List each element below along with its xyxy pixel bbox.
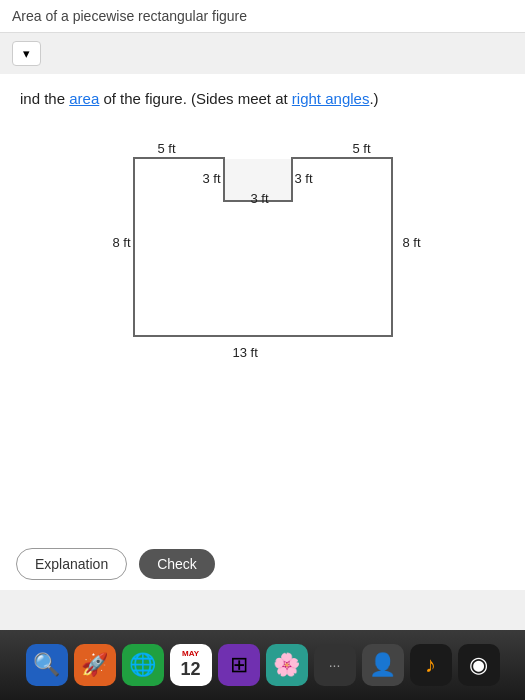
- dock-grid-icon[interactable]: ⊞: [218, 644, 260, 686]
- right-angles-link[interactable]: right angles: [292, 90, 370, 107]
- dropdown-button[interactable]: ▾: [12, 41, 41, 66]
- dock-music-icon[interactable]: ♪: [410, 644, 452, 686]
- label-top-left: 5 ft: [158, 141, 176, 156]
- dock-chrome-icon[interactable]: 🌐: [122, 644, 164, 686]
- label-notch-bottom: 3 ft: [251, 191, 269, 206]
- label-notch-left: 3 ft: [203, 171, 221, 186]
- dock-finder-icon[interactable]: 🔍: [26, 644, 68, 686]
- dock-wifi-icon[interactable]: ◉: [458, 644, 500, 686]
- geometry-figure: 5 ft 5 ft 3 ft 3 ft 3 ft 8 ft 8 ft 13 ft: [103, 127, 423, 367]
- area-link[interactable]: area: [69, 90, 99, 107]
- bottom-actions: Explanation Check: [0, 538, 525, 590]
- dock-launchpad-icon[interactable]: 🚀: [74, 644, 116, 686]
- check-button[interactable]: Check: [139, 549, 215, 579]
- label-top-right: 5 ft: [353, 141, 371, 156]
- main-content: ind the area of the figure. (Sides meet …: [0, 74, 525, 554]
- label-notch-right: 3 ft: [295, 171, 313, 186]
- problem-text-before: ind the: [20, 90, 69, 107]
- problem-text-after: .): [369, 90, 378, 107]
- label-left: 8 ft: [113, 235, 131, 250]
- explanation-button[interactable]: Explanation: [16, 548, 127, 580]
- calendar-month: MAY: [182, 649, 199, 659]
- chevron-down-icon: ▾: [23, 46, 30, 61]
- problem-text-middle: of the figure. (Sides meet at: [99, 90, 292, 107]
- top-bar-title: Area of a piecewise rectangular figure: [12, 8, 247, 24]
- dock-apps-icon[interactable]: 🌸: [266, 644, 308, 686]
- dock-calendar-icon[interactable]: MAY 12: [170, 644, 212, 686]
- dock-person-icon[interactable]: 👤: [362, 644, 404, 686]
- calendar-day: 12: [180, 659, 200, 681]
- dock: 🔍 🚀 🌐 MAY 12 ⊞ 🌸 ··· 👤 ♪ ◉: [0, 630, 525, 700]
- dock-dots-icon[interactable]: ···: [314, 644, 356, 686]
- problem-statement: ind the area of the figure. (Sides meet …: [20, 90, 505, 107]
- label-bottom: 13 ft: [233, 345, 258, 360]
- notch-cover: [225, 155, 291, 159]
- label-right: 8 ft: [403, 235, 421, 250]
- top-bar: Area of a piecewise rectangular figure: [0, 0, 525, 33]
